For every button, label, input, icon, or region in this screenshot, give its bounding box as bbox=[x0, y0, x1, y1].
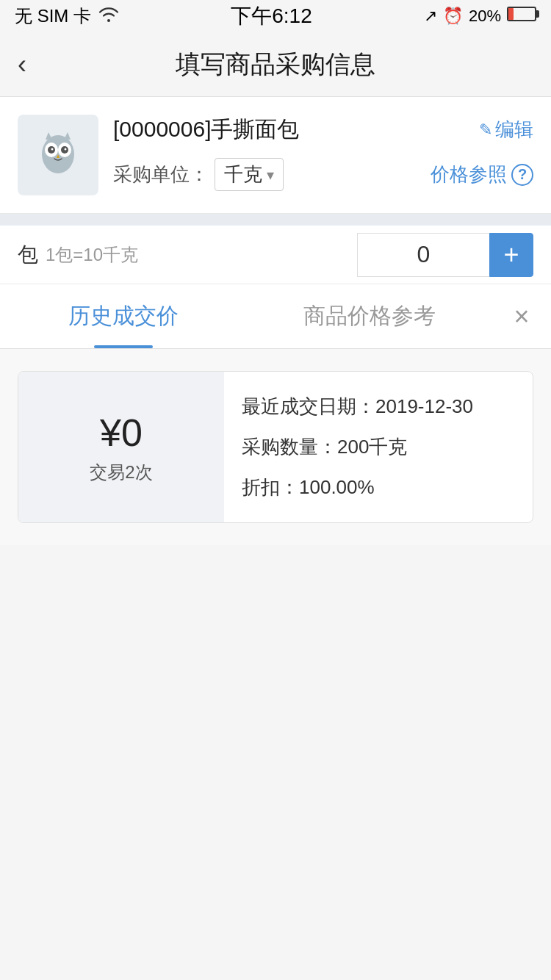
status-right: ↗ ⏰ 20% bbox=[424, 7, 536, 26]
product-info: [0000006]手撕面包 ✎ 编辑 采购单位： 千克 ▾ 价格参照 ? bbox=[113, 115, 533, 191]
quantity-input[interactable] bbox=[357, 233, 489, 277]
tabs-container: 历史成交价 商品价格参考 × bbox=[0, 284, 551, 349]
transaction-qty: 采购数量：200千克 bbox=[242, 433, 515, 461]
product-unit-row: 采购单位： 千克 ▾ 价格参照 ? bbox=[113, 158, 533, 191]
transaction-count: 交易2次 bbox=[90, 461, 152, 484]
qty-label: 采购数量： bbox=[242, 436, 337, 458]
status-bar: 无 SIM 卡 下午6:12 ↗ ⏰ 20% bbox=[0, 0, 551, 32]
unit-label: 采购单位： bbox=[113, 162, 209, 187]
battery-icon bbox=[507, 7, 536, 26]
help-icon: ? bbox=[511, 164, 533, 186]
transaction-card: ¥0 交易2次 最近成交日期：2019-12-30 采购数量：200千克 折扣：… bbox=[18, 371, 533, 523]
edit-icon: ✎ bbox=[479, 120, 492, 140]
wifi-icon bbox=[98, 6, 119, 26]
svg-point-5 bbox=[51, 148, 54, 151]
unit-value: 千克 bbox=[224, 162, 262, 187]
page-title: 填写商品采购信息 bbox=[176, 48, 375, 82]
nav-bar: ‹ 填写商品采购信息 bbox=[0, 32, 551, 97]
svg-marker-8 bbox=[46, 132, 52, 140]
product-card: [0000006]手撕面包 ✎ 编辑 采购单位： 千克 ▾ 价格参照 ? bbox=[0, 97, 551, 214]
quantity-row: 包 1包=10千克 + bbox=[0, 226, 551, 284]
tab-history-price[interactable]: 历史成交价 bbox=[0, 284, 246, 348]
chevron-down-icon: ▾ bbox=[267, 166, 274, 184]
product-image bbox=[18, 115, 98, 195]
section-divider bbox=[0, 214, 551, 226]
unit-section: 采购单位： 千克 ▾ bbox=[113, 158, 284, 191]
transaction-left: ¥0 交易2次 bbox=[18, 372, 224, 522]
transaction-discount: 折扣：100.00% bbox=[242, 473, 515, 502]
owl-icon bbox=[32, 126, 84, 184]
unit-conversion: 1包=10千克 bbox=[46, 243, 138, 267]
date-label: 最近成交日期： bbox=[242, 395, 375, 417]
price-ref-label: 价格参照 bbox=[431, 162, 507, 187]
quantity-input-group: + bbox=[357, 233, 533, 277]
location-icon: ↗ bbox=[424, 7, 437, 26]
transaction-date: 最近成交日期：2019-12-30 bbox=[242, 392, 515, 421]
unit-box-label: 包 bbox=[18, 241, 38, 269]
network-label: 无 SIM 卡 bbox=[15, 4, 91, 28]
svg-marker-9 bbox=[64, 132, 71, 140]
tab-history-label: 历史成交价 bbox=[68, 301, 179, 331]
discount-value: 100.00% bbox=[299, 476, 375, 498]
quantity-unit-info: 包 1包=10千克 bbox=[18, 241, 357, 269]
qty-value: 200千克 bbox=[337, 436, 407, 458]
price-ref-button[interactable]: 价格参照 ? bbox=[431, 162, 533, 187]
panel-content: ¥0 交易2次 最近成交日期：2019-12-30 采购数量：200千克 折扣：… bbox=[0, 349, 551, 545]
product-name-row: [0000006]手撕面包 ✎ 编辑 bbox=[113, 115, 533, 145]
quantity-plus-button[interactable]: + bbox=[489, 233, 533, 277]
status-left: 无 SIM 卡 bbox=[15, 4, 119, 28]
discount-label: 折扣： bbox=[242, 476, 299, 498]
close-button[interactable]: × bbox=[492, 301, 551, 332]
unit-select[interactable]: 千克 ▾ bbox=[215, 158, 284, 191]
transaction-right: 最近成交日期：2019-12-30 采购数量：200千克 折扣：100.00% bbox=[224, 372, 533, 522]
tab-price-reference[interactable]: 商品价格参考 bbox=[246, 284, 492, 348]
tab-active-indicator bbox=[94, 345, 153, 348]
product-name: [0000006]手撕面包 bbox=[113, 115, 299, 145]
edit-button[interactable]: ✎ 编辑 bbox=[479, 117, 533, 143]
svg-point-6 bbox=[65, 148, 67, 151]
back-button[interactable]: ‹ bbox=[18, 49, 26, 80]
battery-percent: 20% bbox=[469, 7, 501, 26]
time-label: 下午6:12 bbox=[231, 2, 312, 30]
transaction-price: ¥0 bbox=[100, 411, 143, 455]
alarm-icon: ⏰ bbox=[443, 7, 463, 26]
tab-reference-label: 商品价格参考 bbox=[303, 301, 436, 331]
date-value: 2019-12-30 bbox=[375, 395, 473, 417]
edit-label: 编辑 bbox=[495, 117, 533, 143]
